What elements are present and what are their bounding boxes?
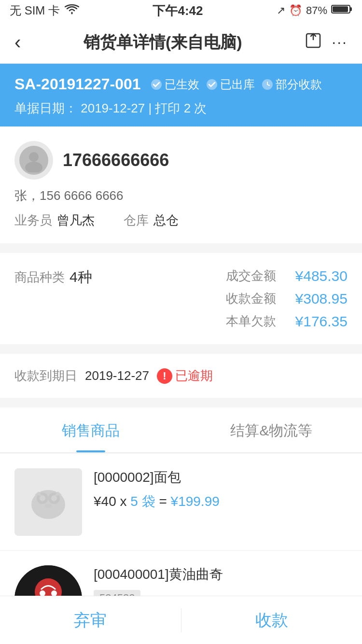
status-right: ↗ ⏰ 87% [277, 4, 352, 17]
nav-bar: ‹ 销货单详情(来自电脑) ··· [0, 21, 362, 64]
order-date: 单据日期： 2019-12-27 | 打印 2 次 [14, 100, 348, 117]
no-sim-text: 无 SIM 卡 [10, 3, 60, 18]
svg-point-7 [29, 152, 39, 162]
amount-stats: 成交金额 ¥485.30 收款金额 ¥308.95 本单欠款 ¥176.35 [226, 267, 348, 330]
debt-amount-row: 本单欠款 ¥176.35 [226, 313, 348, 330]
overdue-text: 已逾期 [175, 367, 213, 384]
product-name-bread: [0000002]面包 [94, 468, 348, 487]
deal-amount-row: 成交金额 ¥485.30 [226, 267, 348, 284]
abandon-review-button[interactable]: 弃审 [0, 600, 181, 641]
status-partial: 部分收款 [262, 77, 322, 92]
battery-icon [331, 4, 352, 17]
status-bar: 无 SIM 卡 下午4:42 ↗ ⏰ 87% [0, 0, 362, 21]
warehouse-label: 仓库 [124, 212, 149, 229]
customer-avatar [14, 141, 53, 180]
svg-point-5 [207, 79, 217, 90]
stats-section: 商品种类 4种 成交金额 ¥485.30 收款金额 ¥308.95 本单欠款 ¥… [0, 253, 362, 344]
order-header: SA-20191227-001 已生效 已出库 部分收款 单据日期： 2019-… [0, 64, 362, 126]
due-date-label: 收款到期日 [14, 367, 77, 384]
status-time: 下午4:42 [153, 2, 203, 19]
customer-meta: 业务员 曾凡杰 仓库 总仓 [14, 212, 348, 229]
overdue-icon: ! [157, 368, 172, 384]
battery-text: 87% [306, 4, 327, 17]
order-id: SA-20191227-001 [14, 75, 141, 93]
warehouse-value: 总仓 [153, 212, 179, 229]
back-button[interactable]: ‹ [14, 31, 21, 53]
svg-rect-2 [333, 6, 348, 12]
product-name-cookie: [000400001]黄油曲奇 [94, 565, 348, 584]
received-amount-value: ¥308.95 [295, 291, 348, 307]
salesperson-value: 曾凡杰 [57, 212, 95, 229]
received-amount-row: 收款金额 ¥308.95 [226, 290, 348, 307]
bottom-bar: 弃审 收款 [0, 596, 362, 644]
collect-payment-button[interactable]: 收款 [181, 600, 362, 641]
goods-type: 商品种类 4种 [14, 267, 92, 287]
customer-phone: 17666666666 [63, 150, 169, 170]
nav-right: ··· [305, 32, 348, 53]
svg-point-12 [40, 495, 45, 501]
debt-amount-value: ¥176.35 [295, 313, 348, 330]
svg-point-14 [44, 504, 52, 508]
due-date-value: 2019-12-27 [85, 368, 149, 383]
salesperson-info: 业务员 曾凡杰 [14, 212, 95, 229]
deal-amount-value: ¥485.30 [295, 268, 348, 284]
status-badges: 已生效 已出库 部分收款 [151, 77, 322, 92]
due-date-section: 收款到期日 2019-12-27 ! 已逾期 [0, 354, 362, 398]
more-icon[interactable]: ··· [332, 33, 348, 51]
tabs-section: 销售商品 结算&物流等 [0, 407, 362, 453]
received-amount-label: 收款金额 [226, 290, 276, 307]
goods-type-label: 商品种类 [14, 269, 65, 286]
deal-amount-label: 成交金额 [226, 267, 276, 284]
goods-type-value: 4种 [70, 267, 92, 287]
customer-name-phone: 张，156 6666 6666 [14, 187, 348, 204]
status-shipped: 已出库 [206, 77, 255, 92]
nav-left: ‹ [14, 31, 21, 53]
product-item: [0000002]面包 ¥40 x 5 袋 = ¥199.99 [0, 454, 362, 551]
product-info-bread: [0000002]面包 ¥40 x 5 袋 = ¥199.99 [94, 468, 348, 511]
debt-amount-label: 本单欠款 [226, 313, 276, 330]
alarm-icon: ⏰ [289, 4, 302, 17]
tab-settlement[interactable]: 结算&物流等 [181, 407, 362, 452]
product-image-bread [14, 468, 82, 536]
page-title: 销货单详情(来自电脑) [84, 31, 242, 54]
svg-point-13 [51, 495, 57, 501]
overdue-indicator: ! 已逾期 [157, 367, 213, 384]
svg-point-4 [151, 79, 162, 90]
tabs: 销售商品 结算&物流等 [0, 407, 362, 453]
status-left: 无 SIM 卡 [10, 3, 79, 18]
product-price-bread: ¥40 x 5 袋 = ¥199.99 [94, 492, 348, 511]
status-effective: 已生效 [151, 77, 199, 92]
location-icon: ↗ [277, 4, 285, 17]
customer-section: 17666666666 张，156 6666 6666 业务员 曾凡杰 仓库 总… [0, 126, 362, 243]
warehouse-info: 仓库 总仓 [124, 212, 179, 229]
tab-products[interactable]: 销售商品 [0, 407, 181, 452]
wifi-icon [65, 4, 79, 17]
salesperson-label: 业务员 [14, 212, 52, 229]
svg-point-8 [25, 162, 42, 172]
share-icon[interactable] [305, 32, 322, 53]
svg-rect-1 [350, 7, 352, 11]
